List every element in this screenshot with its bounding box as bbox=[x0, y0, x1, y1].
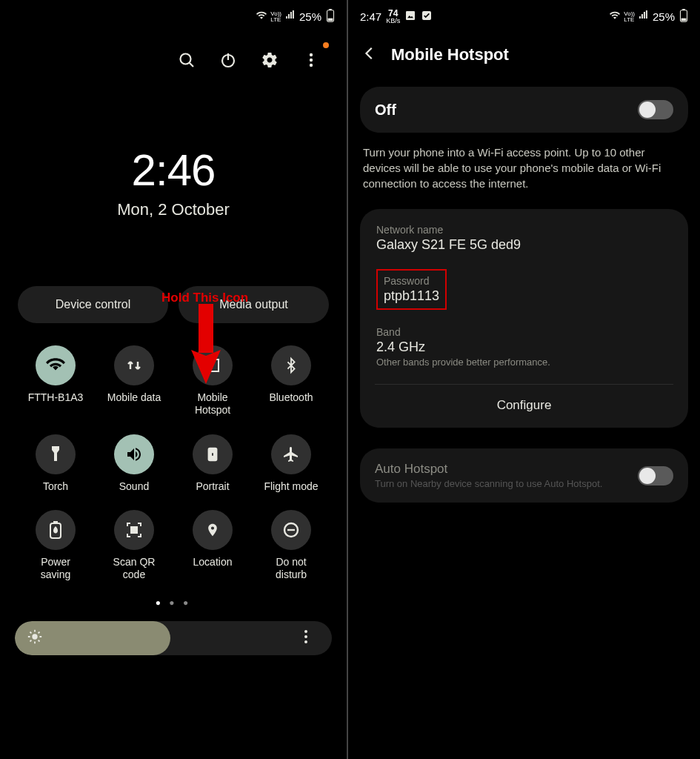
svg-point-32 bbox=[304, 635, 307, 638]
svg-line-4 bbox=[190, 63, 193, 67]
svg-line-27 bbox=[30, 632, 31, 633]
svg-rect-37 bbox=[682, 9, 685, 10]
auto-hotspot-card: Auto Hotspot Turn on Nearby device scann… bbox=[360, 448, 688, 503]
svg-point-3 bbox=[181, 54, 191, 64]
svg-rect-1 bbox=[329, 9, 332, 10]
svg-rect-17 bbox=[135, 527, 137, 529]
check-icon bbox=[421, 10, 433, 24]
password-field[interactable]: Password ptpb1113 bbox=[376, 269, 447, 310]
svg-rect-19 bbox=[135, 531, 137, 533]
search-icon[interactable] bbox=[176, 50, 197, 70]
svg-line-30 bbox=[39, 632, 40, 633]
battery-percent: 25% bbox=[653, 10, 675, 23]
volte-indicator: Vo))LTE bbox=[624, 11, 635, 23]
qr-icon bbox=[114, 510, 154, 550]
svg-rect-10 bbox=[199, 304, 213, 353]
svg-rect-2 bbox=[328, 19, 333, 21]
toggle-state-label: Off bbox=[375, 102, 396, 119]
tile-power-saving[interactable]: Power saving bbox=[21, 510, 90, 581]
tile-mobile-data[interactable]: Mobile data bbox=[99, 345, 169, 417]
status-time: 2:47 bbox=[360, 10, 381, 23]
tile-flight-mode[interactable]: Flight mode bbox=[256, 434, 326, 493]
page-title: Mobile Hotspot bbox=[391, 45, 509, 64]
quick-tiles-grid: FTTH-B1A3 Mobile data Mobile Hotspot Blu… bbox=[0, 323, 347, 589]
svg-point-22 bbox=[32, 634, 37, 639]
band-field[interactable]: Band 2.4 GHz Other bands provide better … bbox=[376, 326, 672, 368]
svg-point-31 bbox=[304, 630, 307, 633]
signal-icon bbox=[638, 10, 650, 23]
svg-point-33 bbox=[304, 640, 307, 643]
wifi-status-icon bbox=[609, 10, 621, 23]
wifi-status-icon bbox=[256, 10, 267, 23]
image-icon bbox=[404, 10, 416, 24]
annotation-arrow-icon bbox=[185, 304, 227, 385]
gear-icon[interactable] bbox=[259, 50, 280, 70]
status-network-speed: 74KB/s bbox=[386, 9, 400, 24]
svg-line-28 bbox=[39, 640, 40, 642]
svg-point-9 bbox=[310, 64, 313, 67]
network-details-card: Network name Galaxy S21 FE 5G ded9 Passw… bbox=[360, 209, 688, 428]
hotspot-toggle-card: Off bbox=[360, 87, 688, 133]
network-name-field[interactable]: Network name Galaxy S21 FE 5G ded9 bbox=[376, 224, 672, 253]
mobile-data-icon bbox=[114, 345, 154, 385]
hotspot-settings-screen: 2:47 74KB/s Vo))LTE 25% Mobile Hotspot O… bbox=[348, 0, 700, 759]
annotation-text: Hold This Icon bbox=[161, 291, 248, 305]
tile-wifi[interactable]: FTTH-B1A3 bbox=[21, 345, 90, 417]
svg-rect-38 bbox=[681, 19, 687, 21]
power-saving-icon bbox=[36, 510, 76, 550]
status-bar-right: 2:47 74KB/s Vo))LTE 25% bbox=[348, 0, 700, 27]
svg-rect-15 bbox=[53, 521, 58, 523]
auto-hotspot-toggle[interactable] bbox=[638, 466, 673, 485]
svg-rect-34 bbox=[406, 11, 415, 20]
notification-dot bbox=[323, 42, 329, 48]
battery-percent: 25% bbox=[299, 10, 321, 23]
brightness-slider[interactable] bbox=[15, 621, 332, 655]
airplane-icon bbox=[271, 434, 311, 474]
brightness-icon bbox=[27, 629, 43, 648]
bluetooth-icon bbox=[271, 345, 311, 385]
status-bar-left: Vo))LTE 25% bbox=[0, 0, 347, 27]
clock-block: 2:46 Mon, 2 October bbox=[0, 145, 347, 219]
svg-rect-16 bbox=[131, 527, 133, 529]
signal-icon bbox=[284, 10, 296, 23]
portrait-icon bbox=[193, 434, 233, 474]
svg-point-7 bbox=[310, 53, 313, 56]
dnd-icon bbox=[271, 510, 311, 550]
location-icon bbox=[193, 510, 233, 550]
tile-location[interactable]: Location bbox=[178, 510, 247, 581]
svg-point-8 bbox=[310, 59, 313, 62]
tile-portrait[interactable]: Portrait bbox=[178, 434, 247, 493]
battery-icon bbox=[679, 9, 688, 24]
hotspot-toggle[interactable] bbox=[638, 100, 673, 119]
device-control-button[interactable]: Device control bbox=[18, 286, 168, 323]
clock-time: 2:46 bbox=[0, 145, 347, 196]
back-icon[interactable] bbox=[361, 45, 378, 64]
more-icon[interactable] bbox=[301, 50, 321, 70]
battery-icon bbox=[326, 9, 335, 24]
tile-sound[interactable]: Sound bbox=[99, 434, 169, 493]
tile-torch[interactable]: Torch bbox=[21, 434, 90, 493]
sound-icon bbox=[114, 434, 154, 474]
auto-hotspot-title: Auto Hotspot bbox=[375, 462, 602, 477]
tile-bluetooth[interactable]: Bluetooth bbox=[256, 345, 326, 417]
brightness-more-icon[interactable] bbox=[304, 629, 321, 648]
wifi-icon bbox=[36, 345, 76, 385]
svg-rect-13 bbox=[211, 452, 214, 457]
torch-icon bbox=[36, 434, 76, 474]
svg-rect-18 bbox=[131, 531, 133, 533]
clock-date: Mon, 2 October bbox=[0, 200, 347, 219]
hotspot-description: Turn your phone into a Wi-Fi access poin… bbox=[348, 140, 700, 203]
tile-dnd[interactable]: Do not disturb bbox=[256, 510, 326, 581]
volte-indicator: Vo))LTE bbox=[270, 11, 281, 23]
quick-settings-panel: Vo))LTE 25% 2:46 Mon, 2 October Hold Thi… bbox=[0, 0, 348, 759]
power-icon[interactable] bbox=[218, 50, 239, 70]
svg-line-29 bbox=[30, 640, 31, 642]
auto-hotspot-sub: Turn on Nearby device scanning to use Au… bbox=[375, 478, 602, 489]
page-indicator: ● ● ● bbox=[0, 597, 347, 608]
configure-button[interactable]: Configure bbox=[376, 385, 672, 423]
tile-scan-qr[interactable]: Scan QR code bbox=[99, 510, 169, 581]
